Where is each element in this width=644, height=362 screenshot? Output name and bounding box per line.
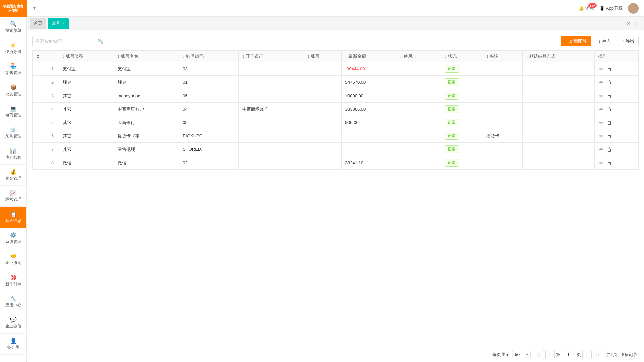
row-usage	[396, 129, 441, 143]
row-default-settlement	[523, 103, 595, 116]
col-latest-balance[interactable]: ↕ 最新余额	[341, 51, 396, 62]
sidebar-item-member[interactable]: 👤 畅会员	[0, 334, 26, 355]
table-row: 5 其它 大新银行 05 500.00 正常 ✏ 🗑	[33, 116, 639, 129]
delete-button[interactable]: 🗑	[606, 146, 613, 153]
col-index	[46, 51, 59, 62]
edit-button[interactable]: ✏	[598, 133, 605, 139]
sidebar-item-enterprise-wechat[interactable]: 💬 企业微信	[0, 312, 26, 334]
delete-button[interactable]: 🗑	[606, 119, 613, 126]
sidebar-item-basic-info[interactable]: 📋 基础信息	[0, 207, 26, 228]
row-settings-cell	[33, 156, 46, 170]
row-operation: ✏ 🗑	[594, 116, 638, 129]
col-notes[interactable]: ↕ 备注	[483, 51, 523, 62]
add-account-button[interactable]: + 新增账号	[561, 36, 591, 46]
export-button[interactable]: ↑ 导出	[618, 36, 639, 46]
tab-win-maximize-btn[interactable]: ⤢	[633, 20, 639, 27]
delete-button[interactable]: 🗑	[606, 66, 613, 72]
sidebar-item-label: 快捷导航	[1, 49, 25, 55]
sidebar-item-label: 批发管理	[1, 91, 25, 97]
prev-page-button[interactable]: ⟨	[545, 350, 555, 359]
sidebar-item-inventory-check[interactable]: 📊 库存核算	[0, 143, 26, 165]
wholesale-mgmt-icon: 📦	[1, 84, 25, 90]
col-status[interactable]: ↕ 状态	[441, 51, 483, 62]
col-account[interactable]: ↕ 账号	[304, 51, 341, 62]
col-default-settlement[interactable]: ↕ 默认结算方式	[523, 51, 595, 62]
sidebar-item-search-menu[interactable]: 🔍 搜索菜单	[0, 17, 26, 38]
next-page-button[interactable]: ⟩	[582, 350, 592, 359]
page-label: 第	[556, 352, 560, 358]
app-download-button[interactable]: 📱 App下载	[599, 5, 623, 11]
table-row: 4 其它 中百商场账户 04 中百商场账户 383866.00 正常 ✏ 🗑	[33, 103, 639, 116]
import-button[interactable]: ↓ 导入	[594, 36, 615, 46]
edit-button[interactable]: ✏	[598, 106, 605, 113]
row-index: 7	[46, 143, 59, 156]
header-left: ▼	[32, 6, 37, 11]
sidebar-item-ecommerce-mgmt[interactable]: 💻 电商管理	[0, 101, 26, 122]
row-open-bank	[238, 129, 304, 143]
row-account-name: 零售抵现	[114, 143, 179, 156]
top-header: ▼ 🔔 消息 99+ 📱 App下载	[27, 0, 644, 17]
delete-button[interactable]: 🗑	[606, 93, 613, 99]
page-size-select[interactable]: 50 100	[512, 351, 531, 358]
sidebar: 畅捷通好生意 乐版版 🔍 搜索菜单 ⚡ 快捷导航 🏪 零售管理 📦 批发管理 💻…	[0, 0, 27, 362]
tab-win-close-btn[interactable]: ✕	[626, 20, 631, 27]
search-button[interactable]: 🔍	[95, 36, 106, 46]
tab-accounts-close[interactable]: ×	[62, 21, 65, 26]
sidebar-item-wholesale-mgmt[interactable]: 📦 批发管理	[0, 80, 26, 101]
user-avatar[interactable]	[628, 3, 639, 14]
delete-button[interactable]: 🗑	[606, 79, 613, 86]
row-notes	[483, 76, 523, 89]
sidebar-item-newcomer-guide[interactable]: 🎯 新手引导	[0, 270, 26, 291]
edit-button[interactable]: ✏	[598, 160, 605, 166]
row-account	[304, 62, 341, 76]
row-account-code: PICKUPC...	[179, 129, 238, 143]
sidebar-item-system-mgmt[interactable]: ⚙️ 系统管理	[0, 228, 26, 249]
last-page-button[interactable]: ⟩⟩	[593, 350, 602, 359]
edit-button[interactable]: ✏	[598, 146, 605, 153]
edit-button[interactable]: ✏	[598, 119, 605, 126]
row-account-type: 其它	[59, 143, 114, 156]
col-open-bank[interactable]: ↕ 开户银行	[238, 51, 304, 62]
sidebar-item-enterprise-agreement[interactable]: 🤝 企业协同	[0, 249, 26, 270]
delete-button[interactable]: 🗑	[606, 133, 613, 139]
page-input-group: 第 页	[556, 350, 581, 359]
status-badge: 正常	[445, 119, 459, 126]
toolbar-right: + 新增账号 ↓ 导入 ↑ 导出	[561, 36, 639, 46]
newcomer-guide-icon: 🎯	[1, 274, 25, 281]
notification-button[interactable]: 🔔 消息 99+	[579, 5, 594, 11]
row-status: 正常	[441, 76, 483, 89]
page-size-label: 每页显示	[492, 352, 510, 358]
row-account-type: 其它	[59, 129, 114, 143]
edit-button[interactable]: ✏	[598, 66, 605, 72]
sidebar-item-purchase-mgmt[interactable]: 🛒 采购管理	[0, 122, 26, 143]
inventory-check-icon: 📊	[1, 147, 25, 154]
sidebar-item-label: 基础信息	[1, 218, 25, 224]
col-account-code[interactable]: ↕ 账号编码	[179, 51, 238, 62]
delete-button[interactable]: 🗑	[606, 160, 613, 166]
status-badge: 正常	[445, 105, 459, 113]
status-badge: 正常	[445, 78, 459, 86]
col-account-name[interactable]: ↕ 账号名称	[114, 51, 179, 62]
tab-home[interactable]: 首页	[30, 18, 46, 29]
delete-button[interactable]: 🗑	[606, 106, 613, 113]
sidebar-item-finance-mgmt[interactable]: 💰 资金管理	[0, 165, 26, 186]
tab-accounts[interactable]: 账号 ×	[48, 18, 69, 29]
first-page-button[interactable]: ⟨⟨	[535, 350, 544, 359]
search-box[interactable]: 🔍	[32, 36, 106, 46]
sidebar-item-retail-mgmt[interactable]: 🏪 零售管理	[0, 59, 26, 80]
col-settings[interactable]: ⚙	[33, 51, 46, 62]
row-index: 6	[46, 129, 59, 143]
search-input[interactable]	[33, 39, 95, 44]
page-input[interactable]	[562, 350, 575, 359]
sidebar-item-quick-nav[interactable]: ⚡ 快捷导航	[0, 38, 26, 59]
sidebar-item-label: 新手引导	[1, 281, 25, 287]
accounts-table: ⚙ ↕ 账号类型 ↕ 账号名称 ↕ 账号编码 ↕ 开户银行	[32, 50, 639, 170]
sidebar-item-app-center[interactable]: 🔧 应用中心	[0, 291, 26, 312]
retail-mgmt-icon: 🏪	[1, 63, 25, 69]
edit-button[interactable]: ✏	[598, 79, 605, 86]
breadcrumb-dropdown[interactable]: ▼	[32, 6, 37, 11]
col-usage[interactable]: ↕ 使用...	[396, 51, 441, 62]
sidebar-item-operations-mgmt[interactable]: 📈 经营管理	[0, 186, 26, 207]
edit-button[interactable]: ✏	[598, 93, 605, 99]
col-account-type[interactable]: ↕ 账号类型	[59, 51, 114, 62]
